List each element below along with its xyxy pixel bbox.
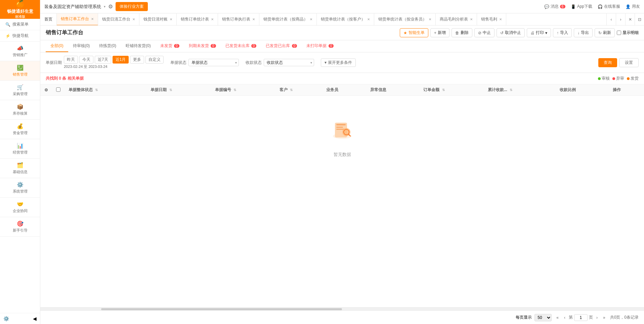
cancel-audit-action-button[interactable]: 弃审 [612,76,624,81]
tab-summary-staff-close[interactable]: ✕ [429,17,431,21]
add-button[interactable]: + 新增 [430,28,449,37]
industry-solution-button[interactable]: 体验行业方案 [116,2,148,11]
sidebar-item-basic[interactable]: 🗂️ 基础信息 [0,159,40,178]
print-button[interactable]: 🖨 打印 ▾ [527,28,551,37]
col-number-sort-icon[interactable]: ⇅ [233,88,236,92]
col-date-sort-icon[interactable]: ⇅ [169,88,172,92]
tab-sales-exec-close[interactable]: ✕ [252,17,255,21]
tab-sales-stats-close[interactable]: ✕ [211,17,214,21]
status-select[interactable]: 单据状态 [188,59,239,66]
sidebar-item-cooperation[interactable]: 🤝 企业协同 [0,198,40,217]
subtab-wangpu[interactable]: 旺铺待发货(0) [121,40,156,52]
date-yesterday-button[interactable]: 昨天 [64,56,78,64]
online-service-button[interactable]: 🎧 在线客服 [598,4,620,9]
tab-close-all-button[interactable]: ✕ [625,13,635,26]
sidebar-item-finance[interactable]: 💰 资金管理 [0,120,40,139]
subtab-all[interactable]: 全部(0) [46,40,68,52]
show-detail-toggle[interactable]: 显示明细 [617,30,639,36]
settings-bottom-icon[interactable]: ⚙️ [3,316,9,321]
last-page-button[interactable]: » [601,315,607,321]
tab-cash-daily[interactable]: 钱货日清工作台 ✕ [98,13,139,26]
topbar-settings-icon[interactable]: ⚙ [108,3,113,10]
subtab-pending-review[interactable]: 待审核(0) [68,40,95,52]
tab-home[interactable]: 首页 [40,13,57,26]
smart-create-button[interactable]: ★ 智能生单 [400,28,428,37]
tab-sales-profit[interactable]: 销售毛利 ✕ [477,13,506,26]
export-button[interactable]: ↓ 导出 [574,28,593,37]
subtab-not-shipped[interactable]: 未发货 0 [156,40,184,52]
tab-cash-reconcile-close[interactable]: ✕ [170,17,172,21]
col-status-sort-icon[interactable]: ⇅ [95,88,98,92]
delete-button[interactable]: 🗑 删除 [452,28,472,37]
table-scroll-area[interactable]: ⚙ 单据整体状态 ⇅ 单据日期 ⇅ 单据编号 [40,84,644,307]
query-button[interactable]: 查询 [598,58,617,67]
sidebar-item-system[interactable]: ⚙️ 系统管理 [0,178,40,198]
subtab-not-printed[interactable]: 未打印单据 0 [302,40,338,52]
tab-summary-product[interactable]: 销货单统计表（按商品） ✕ [259,13,317,26]
col-checkbox[interactable] [52,84,65,96]
user-button[interactable]: 👤 用友 [626,4,640,9]
tab-gross-margin[interactable]: 商品毛利分析表 ✕ [436,13,477,26]
tab-summary-product-close[interactable]: ✕ [310,17,312,21]
tab-gross-margin-close[interactable]: ✕ [470,17,473,21]
col-amount-sort-icon[interactable]: ⇅ [442,88,445,92]
sidebar-item-inventory[interactable]: 📦 库存核算 [0,100,40,120]
app-logo[interactable]: 🍊 畅捷通好生意 标准版 [0,0,40,19]
sidebar-item-quick-nav[interactable]: ⚡ 快捷导航 [0,30,40,42]
collapse-icon[interactable]: ◀ [33,316,37,321]
sidebar-item-sales[interactable]: 💹 销售管理 [0,61,40,81]
subtab-shipped-not-out[interactable]: 已发货未出库 0 [221,40,261,52]
page-label: 第 [569,315,573,320]
col-customer-sort-icon[interactable]: ⇅ [290,88,293,92]
suspend-button[interactable]: ⊘ 中止 [474,28,495,37]
tab-cash-reconcile[interactable]: 钱货日清对账 ✕ [139,13,177,26]
scrollbar-thumb[interactable] [101,308,342,310]
date-7days-button[interactable]: 近7天 [95,56,111,64]
tab-sales-profit-close[interactable]: ✕ [499,17,502,21]
select-all-checkbox[interactable] [56,87,60,92]
import-button[interactable]: ↑ 导入 [553,28,572,37]
message-button[interactable]: 💬 消息 6 [544,4,565,9]
date-today-button[interactable]: 今天 [79,56,93,64]
page-input[interactable] [574,314,588,321]
next-page-button[interactable]: › [594,315,600,321]
tab-summary-staff[interactable]: 销货单统计表（按业务员） ✕ [374,13,436,26]
tab-sales-workbench-close[interactable]: ✕ [91,17,94,21]
tab-scroll-left-button[interactable]: ‹ [606,13,616,26]
payment-select[interactable]: 收款状态 [264,59,314,66]
expand-filter-button[interactable]: ▾ 展开更多条件 [321,58,356,67]
tab-summary-customer[interactable]: 销货单统计表（按客户） ✕ [317,13,374,26]
sidebar-item-guide[interactable]: 🎯 新手引导 [0,217,40,237]
app-download-button[interactable]: 📱 App下载 [571,4,592,9]
subtab-overdue[interactable]: 到期未发货 0 [184,40,221,52]
tab-cash-daily-close[interactable]: ✕ [132,17,135,21]
tab-scroll-right-button[interactable]: › [616,13,625,26]
subtab-pending-inspect[interactable]: 待拣货(0) [94,40,121,52]
tab-sales-exec[interactable]: 销售订单执行表 ✕ [218,13,259,26]
tab-summary-customer-close[interactable]: ✕ [367,17,370,21]
date-more-button[interactable]: 更多 [130,56,144,64]
date-custom-button[interactable]: 自定义 [145,56,164,64]
cancel-suspend-button[interactable]: ↺ 取消中止 [497,28,525,37]
dropdown-arrow-icon[interactable]: ▾ [104,5,105,8]
date-1month-button[interactable]: 近1月 [113,56,129,64]
tab-sales-stats[interactable]: 销售订单统计表 ✕ [177,13,218,26]
refresh-button[interactable]: ↻ 刷新 [595,28,615,37]
prev-page-button[interactable]: ‹ [562,315,567,321]
tab-sales-workbench[interactable]: 销售订单工作台 ✕ [57,13,98,26]
col-collected-sort-icon[interactable]: ⇅ [510,88,512,92]
page-size-select[interactable]: 50 10 20 100 [534,314,552,321]
sidebar-item-search[interactable]: 🔍 搜索菜单 [0,19,40,30]
filter-settings-button[interactable]: 设置 [619,58,639,67]
ship-action-button[interactable]: 发货 [627,76,639,81]
horizontal-scrollbar[interactable] [40,307,644,311]
first-page-button[interactable]: « [554,315,561,321]
col-settings[interactable]: ⚙ [40,84,52,96]
sidebar-item-marketing[interactable]: 📣 营销推广 [0,42,40,61]
tab-maximize-button[interactable]: ⊡ [635,13,644,26]
sidebar-item-purchase[interactable]: 🛒 采购管理 [0,81,40,100]
show-detail-checkbox[interactable] [617,31,621,35]
subtab-shipped-out[interactable]: 已发货已出库 0 [261,40,302,52]
sidebar-item-operations[interactable]: 📊 经营管理 [0,139,40,159]
audit-action-button[interactable]: 审核 [598,76,610,81]
